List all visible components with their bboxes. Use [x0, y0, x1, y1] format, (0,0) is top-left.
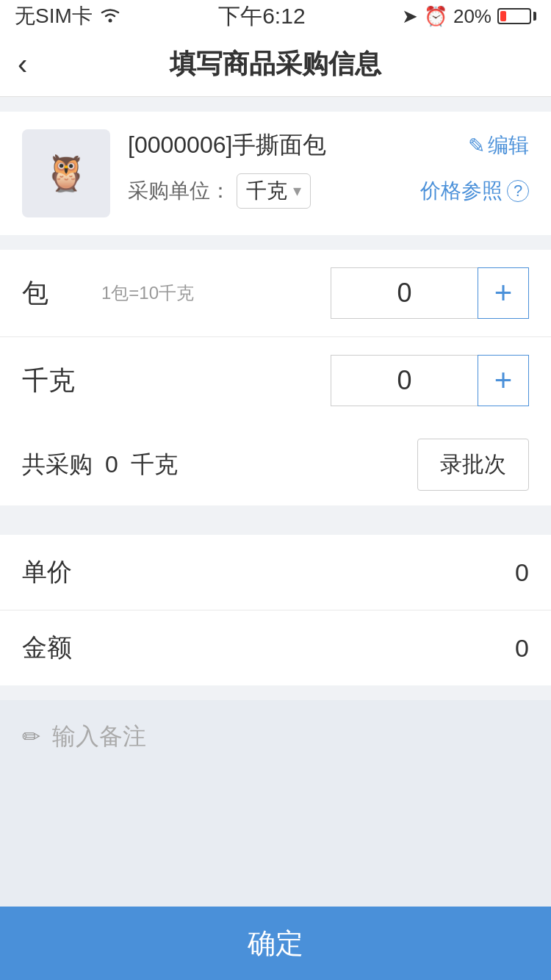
product-image: 🦉: [22, 129, 110, 217]
battery-icon: [497, 8, 536, 24]
product-header: [0000006]手撕面包 ✎ 编辑: [128, 129, 529, 162]
kg-number-input-box: +: [331, 355, 529, 406]
status-bar-time: 下午6:12: [218, 1, 305, 32]
edit-label: 编辑: [488, 131, 529, 159]
input-section: 包 1包=10千克 + 千克 +: [0, 250, 551, 424]
product-name: [0000006]手撕面包: [128, 129, 326, 162]
unit-value: 千克: [246, 177, 287, 205]
bag-label: 包: [22, 275, 96, 311]
record-batch-button[interactable]: 录批次: [417, 439, 529, 491]
bag-number-input-box: +: [331, 267, 529, 319]
bag-number-field[interactable]: [331, 267, 478, 319]
unit-select[interactable]: 千克 ▾: [237, 173, 311, 209]
product-card: 🦉 [0000006]手撕面包 ✎ 编辑 采购单位： 千克 ▾ 价格参照 ?: [0, 112, 551, 235]
carrier-label: 无SIM卡: [15, 2, 93, 30]
unit-label: 采购单位：: [128, 177, 231, 205]
bag-plus-button[interactable]: +: [478, 267, 529, 319]
price-ref-label: 价格参照: [420, 177, 503, 205]
status-bar-left: 无SIM卡: [15, 2, 122, 30]
price-reference-button[interactable]: 价格参照 ?: [420, 177, 529, 205]
pencil-icon: ✏: [22, 724, 40, 749]
summary-text: 共采购 0 千克: [22, 449, 178, 481]
location-icon: ➤: [402, 5, 418, 28]
unit-price-label: 单价: [22, 555, 72, 589]
confirm-button[interactable]: 确定: [0, 907, 551, 980]
product-info: [0000006]手撕面包 ✎ 编辑 采购单位： 千克 ▾ 价格参照 ?: [128, 129, 529, 209]
kg-number-field[interactable]: [331, 355, 478, 406]
section-divider-1: [0, 235, 551, 250]
status-bar-right: ➤ ⏰ 20%: [402, 5, 536, 28]
alarm-icon: ⏰: [424, 5, 447, 28]
nav-bar: ‹ 填写商品采购信息: [0, 32, 551, 97]
unit-price-row: 单价 0: [0, 535, 551, 610]
summary-section: 共采购 0 千克 录批次: [0, 424, 551, 505]
product-unit-row: 采购单位： 千克 ▾ 价格参照 ?: [128, 173, 529, 209]
price-section: 单价 0 金额 0: [0, 535, 551, 685]
summary-amount: 0: [105, 451, 118, 478]
kg-plus-button[interactable]: +: [478, 355, 529, 406]
section-divider-2: [0, 505, 551, 520]
back-button[interactable]: ‹: [18, 48, 27, 81]
amount-value: 0: [515, 634, 529, 663]
status-bar: 无SIM卡 下午6:12 ➤ ⏰ 20%: [0, 0, 551, 32]
help-icon: ?: [507, 180, 529, 202]
remark-placeholder: 输入备注: [52, 721, 146, 753]
battery-percentage: 20%: [453, 5, 491, 28]
bag-sub-label: 1包=10千克: [101, 281, 194, 305]
wifi-icon: [98, 4, 122, 28]
edit-icon: ✎: [468, 134, 485, 158]
unit-price-value: 0: [515, 558, 529, 587]
kg-label: 千克: [22, 363, 96, 399]
unit-dropdown-icon: ▾: [293, 181, 301, 201]
page-title: 填写商品采购信息: [170, 46, 381, 82]
confirm-label: 确定: [248, 925, 303, 962]
bag-input-row: 包 1包=10千克 +: [0, 250, 551, 337]
svg-point-0: [108, 19, 112, 23]
product-owl-logo: 🦉: [44, 153, 88, 194]
edit-button[interactable]: ✎ 编辑: [468, 131, 529, 159]
amount-row: 金额 0: [0, 610, 551, 685]
amount-label: 金额: [22, 631, 72, 665]
kg-input-row: 千克 +: [0, 337, 551, 424]
